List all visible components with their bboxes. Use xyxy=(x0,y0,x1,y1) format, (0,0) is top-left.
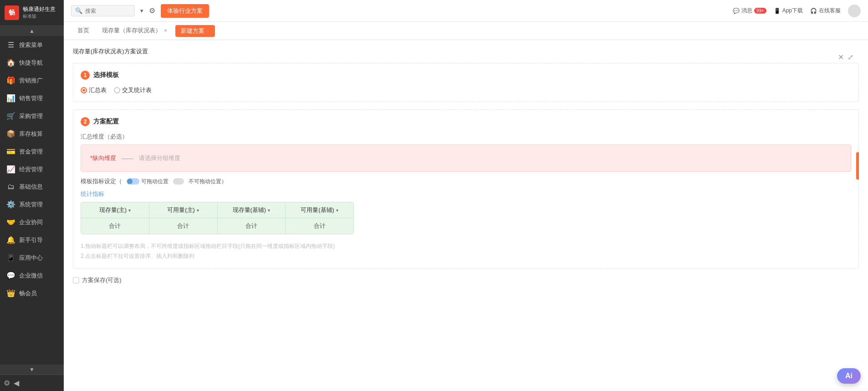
indicator-config: 模板指标设定（ 可拖动位置 不可拖动位置） xyxy=(81,177,851,185)
sidebar-item-sales[interactable]: 📊 销售管理 xyxy=(0,89,64,107)
radio-cross[interactable]: 交叉统计表 xyxy=(114,86,152,94)
topbar-search[interactable]: 🔍 xyxy=(71,5,135,16)
tip-item-0: 1.拖动标题栏可以调整布局，不可跨维度或指标区域拖动栏目字段(只能在同一维度或指… xyxy=(81,242,851,252)
stats-col-0-header[interactable]: 现存量(主) ▾ xyxy=(81,202,149,218)
toggle-pill-no-drag[interactable] xyxy=(173,178,184,185)
sidebar-item-inventory[interactable]: 📦 库存核算 xyxy=(0,125,64,143)
sidebar-item-quick-nav[interactable]: 🏠 快捷导航 xyxy=(0,54,64,72)
settings-icon[interactable]: ⚙ xyxy=(4,379,10,387)
stats-col-3: 可用量(基辅) ▾ 合计 xyxy=(286,202,353,234)
chevron-3-icon[interactable]: ▾ xyxy=(336,208,338,213)
enterprise-icon: 🤝 xyxy=(6,218,15,226)
stats-col-3-label: 可用量(基辅) xyxy=(301,206,334,214)
sidebar-item-label: 资金管理 xyxy=(19,148,43,156)
tab-new-plan[interactable]: 新建方案 × xyxy=(175,25,215,37)
stats-section: 统计指标 现存量(主) ▾ 合计 xyxy=(81,190,851,234)
sidebar-item-label: 采购管理 xyxy=(19,112,43,120)
save-checkbox[interactable] xyxy=(73,277,79,283)
right-indicator xyxy=(856,152,859,180)
sidebar-item-newbie[interactable]: 🔔 新手引导 xyxy=(0,231,64,249)
app-download-item[interactable]: 📱 App下载 xyxy=(774,7,803,15)
topbar-settings-icon[interactable]: ⚙ xyxy=(149,6,155,15)
headset-icon: 🎧 xyxy=(810,8,817,14)
sidebar-item-purchase[interactable]: 🛒 采购管理 xyxy=(0,107,64,125)
quick-nav-icon: 🏠 xyxy=(6,58,15,67)
stats-col-0-label: 现存量(主) xyxy=(99,206,127,214)
sidebar-item-enterprise[interactable]: 🤝 企业协同 xyxy=(0,213,64,231)
content-inner: 现存量(库存状况表)方案设置 1 选择模板 汇总表 交 xyxy=(64,40,868,391)
tab-inventory-close[interactable]: × xyxy=(164,27,167,34)
message-item[interactable]: 💬 消息 99+ xyxy=(733,7,766,15)
collapse-icon[interactable]: ◀ xyxy=(14,379,19,387)
sidebar-item-member[interactable]: 👑 畅会员 xyxy=(0,284,64,302)
sidebar-item-label: 企业协同 xyxy=(19,218,43,226)
sidebar-item-system[interactable]: ⚙️ 系统管理 xyxy=(0,196,64,213)
sidebar-item-finance[interactable]: 💳 资金管理 xyxy=(0,143,64,160)
purchase-icon: 🛒 xyxy=(6,112,15,120)
content-area: 现存量(库存状况表)方案设置 1 选择模板 汇总表 交 xyxy=(64,40,868,391)
radio-summary[interactable]: 汇总表 xyxy=(81,86,107,94)
topbar-right: 💬 消息 99+ 📱 App下载 🎧 在线客服 xyxy=(733,5,861,17)
stats-col-3-header[interactable]: 可用量(基辅) ▾ xyxy=(286,202,353,218)
tab-home[interactable]: 首页 xyxy=(71,23,96,39)
search-icon: 🔍 xyxy=(75,7,82,14)
main-area: 🔍 ▾ ⚙ 体验行业方案 💬 消息 99+ 📱 App下载 🎧 在线客服 xyxy=(64,0,868,391)
tab-new-plan-close[interactable]: × xyxy=(206,28,209,34)
chevron-2-icon[interactable]: ▾ xyxy=(268,208,270,213)
sidebar-brand: 畅 畅康通好生意 标准版 xyxy=(0,0,64,26)
search-input[interactable] xyxy=(85,8,131,14)
trial-button[interactable]: 体验行业方案 xyxy=(161,4,209,18)
dropdown-icon[interactable]: ▾ xyxy=(140,7,143,14)
draggable-label: 可拖动位置 xyxy=(141,178,168,185)
panel-title: 现存量(库存状况表)方案设置 xyxy=(73,47,859,56)
stats-table-header: 现存量(主) ▾ 合计 可用量(主) ▾ xyxy=(81,202,353,234)
stats-col-2-header[interactable]: 现存量(基辅) ▾ xyxy=(218,202,286,218)
chevron-0-icon[interactable]: ▾ xyxy=(128,208,131,213)
tabs-bar: 首页 现存量（库存状况表） × 新建方案 × xyxy=(64,22,868,40)
tab-home-label: 首页 xyxy=(77,26,89,35)
dimension-area[interactable]: *纵向维度 —— 请选择分组维度 xyxy=(81,144,851,172)
section1-title-row: 1 选择模板 xyxy=(81,71,851,80)
section2-title-row: 2 方案配置 xyxy=(81,117,851,126)
toggle-pill-draggable[interactable] xyxy=(127,178,139,185)
section-template: 1 选择模板 汇总表 交叉统计表 xyxy=(73,63,859,102)
message-badge: 99+ xyxy=(754,8,766,14)
finance-icon: 💳 xyxy=(6,147,15,156)
template-radio-group: 汇总表 交叉统计表 xyxy=(81,86,851,94)
chevron-1-icon[interactable]: ▾ xyxy=(197,208,199,213)
sidebar: 畅 畅康通好生意 标准版 ▲ ☰ 搜索菜单 🏠 快捷导航 🎁 营销推广 📊 销售… xyxy=(0,0,64,391)
ai-bubble[interactable]: Ai xyxy=(837,368,861,384)
section-config: 2 方案配置 汇总维度（必选） *纵向维度 —— 请选择分组维度 模板指标设定（ xyxy=(73,109,859,269)
panel-actions: ✕ ⤢ xyxy=(832,47,859,67)
stats-col-1-header[interactable]: 可用量(主) ▾ xyxy=(149,202,217,218)
sidebar-item-marketing[interactable]: 🎁 营销推广 xyxy=(0,72,64,89)
sidebar-item-search-menu[interactable]: ☰ 搜索菜单 xyxy=(0,36,64,54)
stats-col-0: 现存量(主) ▾ 合计 xyxy=(81,202,149,234)
stats-col-2: 现存量(基辅) ▾ 合计 xyxy=(218,202,286,234)
sidebar-item-wechat[interactable]: 💬 企业微信 xyxy=(0,267,64,284)
stats-table: 现存量(主) ▾ 合计 可用量(主) ▾ xyxy=(81,202,354,234)
radio-summary-label: 汇总表 xyxy=(89,86,107,94)
sidebar-item-basic-info[interactable]: 🗂 基础信息 xyxy=(0,178,64,196)
marketing-icon: 🎁 xyxy=(6,76,15,85)
tips-section: 1.拖动标题栏可以调整布局，不可跨维度或指标区域拖动栏目字段(只能在同一维度或指… xyxy=(81,242,851,261)
expand-panel-icon[interactable]: ⤢ xyxy=(848,53,853,62)
customer-service-item[interactable]: 🎧 在线客服 xyxy=(810,7,841,15)
draggable-toggle[interactable]: 可拖动位置 xyxy=(127,178,168,185)
sidebar-item-operations[interactable]: 📈 经营管理 xyxy=(0,160,64,178)
stats-col-2-body: 合计 xyxy=(218,218,286,234)
user-avatar[interactable] xyxy=(848,5,861,17)
tip-item-1: 2.点击标题栏下拉可设置排序、插入列和删除列 xyxy=(81,252,851,262)
sidebar-scroll-up[interactable]: ▲ xyxy=(0,26,64,36)
brand-edition: 标准版 xyxy=(23,13,56,20)
close-panel-icon[interactable]: ✕ xyxy=(838,53,844,62)
indicator-setting-row: 模板指标设定（ 可拖动位置 不可拖动位置） xyxy=(81,177,851,185)
stats-col-2-label: 现存量(基辅) xyxy=(233,206,266,214)
sidebar-item-app-center[interactable]: 📱 应用中心 xyxy=(0,249,64,267)
system-icon: ⚙️ xyxy=(6,200,15,209)
sidebar-item-label: 快捷导航 xyxy=(19,59,43,67)
save-option: 方案保存(可选) xyxy=(73,276,859,284)
sidebar-scroll-down[interactable]: ▼ xyxy=(0,365,64,375)
tab-inventory-status[interactable]: 现存量（库存状况表） × xyxy=(96,23,174,39)
sidebar-item-label: 畅会员 xyxy=(19,289,37,298)
